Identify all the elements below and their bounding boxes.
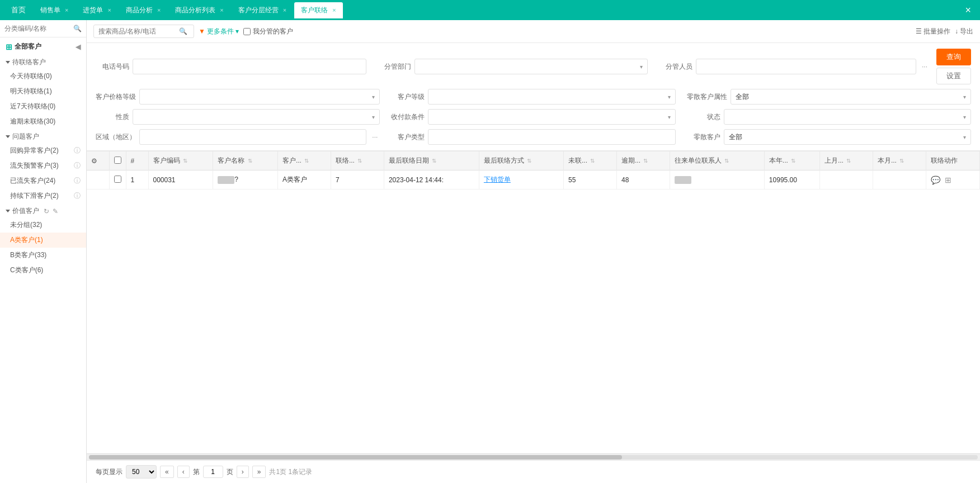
nature-select[interactable]: ▾ (133, 109, 380, 125)
close-product-analysis-list-icon[interactable]: × (220, 7, 223, 13)
export-btn[interactable]: ↓ 导出 (955, 27, 973, 36)
group-problem-customers: 问题客户 (0, 129, 86, 143)
row-checkbox[interactable] (114, 176, 121, 183)
group-value-refresh-icon[interactable]: ↻ (44, 207, 49, 215)
phone-input[interactable] (133, 59, 366, 74)
nav-sales-order[interactable]: 销售单 × (34, 2, 75, 18)
close-customer-contact-icon[interactable]: × (332, 7, 336, 13)
sidebar-item-declining[interactable]: 持续下滑客户(2) ⓘ (0, 188, 86, 203)
sidebar-item-class-a[interactable]: A类客户(1) (0, 233, 86, 248)
col-last-contact-date[interactable]: 最后联络日期 ⇅ (384, 151, 479, 171)
sidebar-item-class-c[interactable]: C类客户(6) (0, 263, 86, 278)
group-value-arrow[interactable] (6, 210, 10, 212)
qr-icon[interactable]: ⊞ (945, 176, 951, 184)
nav-product-analysis[interactable]: 商品分析 × (119, 2, 167, 18)
customer-type-input[interactable] (428, 129, 675, 145)
retail-customer-select[interactable]: 全部 ▾ (724, 129, 971, 145)
filter-search-input[interactable] (98, 27, 177, 35)
sidebar-collapse-icon[interactable]: ◀ (76, 43, 81, 51)
customer-level-chevron-icon: ▾ (668, 94, 671, 100)
sidebar-item-ungrouped[interactable]: 未分组(32) (0, 217, 86, 233)
price-level-select[interactable]: ▾ (139, 89, 380, 105)
close-customer-tier-icon[interactable]: × (283, 7, 286, 13)
dept-select[interactable]: ▾ (414, 59, 648, 74)
group-pending-label: 待联络客户 (12, 58, 46, 67)
col-overdue-days[interactable]: 逾期... ⇅ (617, 151, 670, 171)
col-contact-person[interactable]: 往来单位联系人 ⇅ (670, 151, 765, 171)
region-dots-icon[interactable]: ··· (370, 133, 380, 141)
last-page-button[interactable]: » (252, 466, 266, 478)
scroll-thumb[interactable] (89, 455, 622, 460)
dept-chevron-icon: ▾ (640, 64, 643, 70)
page-size-select[interactable]: 50 100 200 (126, 465, 157, 479)
payment-chevron-icon: ▾ (668, 114, 671, 120)
col-no-contact-days[interactable]: 未联... ⇅ (563, 151, 616, 171)
retail-attr-chevron-icon: ▾ (963, 94, 966, 100)
filter-bar: 🔍 ▼ 更多条件 ▾ 我分管的客户 ☰ 批量操作 ↓ 导出 (87, 20, 980, 43)
retail-attr-select[interactable]: 全部 ▾ (731, 89, 971, 105)
sidebar-item-repurchase-abnormal[interactable]: 回购异常客户(2) ⓘ (0, 143, 86, 158)
row-last-contact-method-cell[interactable]: 下销货单 (479, 171, 563, 190)
churned-label: 已流失客户(24) (10, 176, 55, 186)
customer-level-select[interactable]: ▾ (428, 89, 675, 105)
col-last-contact-method[interactable]: 最后联络方式 ⇅ (479, 151, 563, 171)
group-pending-arrow[interactable] (6, 61, 10, 64)
col-name[interactable]: 客户名称 ⇅ (213, 151, 278, 171)
group-value-edit-icon[interactable]: ✎ (53, 207, 58, 215)
close-product-analysis-icon[interactable]: × (157, 7, 161, 13)
row-this-month-cell (873, 171, 926, 190)
region-label: 区域（地区） (96, 132, 136, 142)
group-value-label: 价值客户 (12, 206, 39, 216)
sidebar-item-tomorrow-pending[interactable]: 明天待联络(1) (0, 84, 86, 99)
row-last-contact-date-cell: 2023-04-12 14:44: (384, 171, 479, 190)
sidebar-search-input[interactable] (4, 25, 71, 32)
close-purchase-order-icon[interactable]: × (107, 7, 111, 13)
col-settings[interactable]: ⚙ (87, 151, 109, 171)
sidebar-all-customers[interactable]: ⊞ 全部客户 ◀ (0, 37, 86, 55)
col-this-month[interactable]: 本月... ⇅ (873, 151, 926, 171)
prev-page-button[interactable]: ‹ (177, 466, 190, 478)
region-input[interactable] (139, 129, 366, 145)
sidebar-item-7day-pending[interactable]: 近7天待联络(0) (0, 99, 86, 114)
nav-customer-tier[interactable]: 客户分层经营 × (232, 2, 293, 18)
batch-operation-btn[interactable]: ☰ 批量操作 (916, 27, 950, 36)
col-this-year[interactable]: 本年... ⇅ (764, 151, 819, 171)
group-problem-arrow[interactable] (6, 135, 10, 138)
first-page-button[interactable]: « (160, 466, 174, 478)
status-select[interactable]: ▾ (724, 109, 971, 125)
sidebar-search-icon[interactable]: 🔍 (73, 25, 82, 32)
settings-button[interactable]: 设置 (936, 68, 971, 84)
my-customers-checkbox[interactable] (243, 28, 251, 35)
col-code[interactable]: 客户编码 ⇅ (148, 151, 213, 171)
my-customers-checkbox-group[interactable]: 我分管的客户 (243, 27, 293, 36)
col-last-month[interactable]: 上月... ⇅ (819, 151, 873, 171)
page-size-label: 每页显示 (96, 467, 123, 477)
nav-purchase-order[interactable]: 进货单 × (76, 2, 117, 18)
last-contact-method-link[interactable]: 下销货单 (484, 176, 511, 183)
col-contact-count[interactable]: 联络... ⇅ (331, 151, 384, 171)
nav-home[interactable]: 首页 (4, 2, 32, 18)
filter-more-btn[interactable]: ▼ 更多条件 ▾ (199, 27, 239, 36)
sidebar-item-churn-warning[interactable]: 流失预警客户(3) ⓘ (0, 158, 86, 173)
nav-customer-contact[interactable]: 客户联络 × (294, 2, 342, 18)
nav-product-analysis-list[interactable]: 商品分析列表 × (168, 2, 230, 18)
select-all-checkbox[interactable] (114, 157, 121, 164)
sort-overdue-days-icon: ⇅ (643, 158, 648, 164)
manager-input[interactable] (696, 59, 916, 74)
close-sales-order-icon[interactable]: × (65, 7, 68, 13)
manager-dots-icon[interactable]: ··· (920, 63, 930, 70)
col-level[interactable]: 客户... ⇅ (277, 151, 331, 171)
query-button[interactable]: 查询 (936, 49, 971, 65)
next-page-button[interactable]: › (237, 466, 249, 478)
sidebar-item-today-pending[interactable]: 今天待联络(0) (0, 69, 86, 84)
sidebar-item-class-b[interactable]: B类客户(33) (0, 248, 86, 263)
class-c-label: C类客户(6) (10, 266, 43, 275)
window-close-button[interactable]: × (960, 2, 976, 18)
chat-icon[interactable]: 💬 (931, 176, 940, 184)
sidebar-item-overdue-contact[interactable]: 逾期未联络(30) (0, 114, 86, 129)
horizontal-scrollbar[interactable] (87, 453, 980, 460)
payment-select[interactable]: ▾ (428, 109, 675, 125)
page-number-input[interactable] (203, 466, 223, 478)
sidebar-item-churned[interactable]: 已流失客户(24) ⓘ (0, 173, 86, 188)
filter-search-icon[interactable]: 🔍 (179, 27, 187, 35)
